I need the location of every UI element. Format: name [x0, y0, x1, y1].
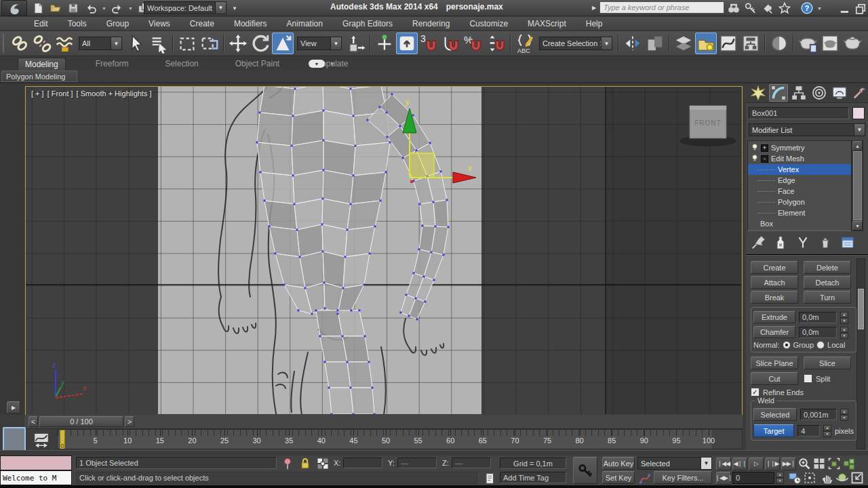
- play-animation-button[interactable]: ▷: [749, 458, 764, 470]
- trackbar-tick-85[interactable]: 85: [608, 436, 616, 445]
- menu-create[interactable]: Create: [189, 18, 216, 30]
- weld-target-value-field[interactable]: 4: [797, 425, 820, 436]
- stack-item-symmetry[interactable]: +Symmetry: [748, 142, 851, 153]
- trackbar-tick-75[interactable]: 75: [543, 436, 551, 445]
- align-icon[interactable]: [644, 33, 666, 54]
- next-frame-button[interactable]: ❘❘▶: [765, 458, 780, 470]
- select-by-name-icon[interactable]: [148, 33, 170, 54]
- ribbon-display-toggle-icon[interactable]: ▼: [309, 60, 325, 68]
- select-and-rotate-icon[interactable]: [250, 33, 271, 54]
- unlink-selection-icon[interactable]: [31, 33, 53, 54]
- weld-target-spinner[interactable]: ▲▼: [823, 425, 831, 436]
- viewcube-front-face[interactable]: FRONT: [694, 119, 721, 127]
- redo-dropdown-icon[interactable]: ▼: [128, 6, 133, 11]
- viewport-canvas[interactable]: yxFRONTzyx: [26, 87, 741, 414]
- save-file-icon[interactable]: [66, 1, 80, 15]
- menu-rendering[interactable]: Rendering: [411, 18, 451, 30]
- zoom-all-icon[interactable]: [812, 457, 826, 470]
- time-configuration-icon[interactable]: [788, 471, 802, 485]
- chamfer-value-field[interactable]: 0,0m: [799, 327, 837, 338]
- ribbon-expand-arrow-button[interactable]: ▶: [7, 401, 20, 413]
- previous-frame-button[interactable]: ◀❘❘: [732, 458, 747, 470]
- open-mini-curve-editor-icon[interactable]: [31, 431, 52, 449]
- make-unique-icon[interactable]: [795, 235, 811, 251]
- slice-plane-button[interactable]: Slice Plane: [751, 357, 798, 369]
- snaps-toggle-3d-icon[interactable]: 3: [418, 33, 440, 54]
- trackbar-tick-25[interactable]: 25: [220, 436, 229, 445]
- trackbar-tick-45[interactable]: 45: [349, 436, 357, 445]
- pan-view-icon[interactable]: [821, 471, 834, 485]
- selection-lock-icon[interactable]: [298, 457, 312, 470]
- search-binoculars-icon[interactable]: [727, 1, 741, 15]
- tab-display-icon[interactable]: [830, 84, 849, 102]
- normal-group-radio[interactable]: [783, 341, 791, 349]
- delete-button[interactable]: Delete: [804, 261, 851, 274]
- selected-vertex[interactable]: [410, 180, 413, 183]
- selection-filter-dropdown[interactable]: All ▼: [79, 37, 122, 50]
- trackbar-tick-10[interactable]: 10: [123, 436, 132, 445]
- quick-access-overflow-icon[interactable]: ▼: [232, 5, 237, 12]
- menu-group[interactable]: Group: [105, 18, 130, 30]
- ribbon-tab-modeling[interactable]: Modeling: [18, 58, 66, 70]
- next-frame-slider-button[interactable]: >: [125, 416, 134, 427]
- chamfer-button[interactable]: Chamfer: [753, 326, 795, 338]
- trackbar-tick-95[interactable]: 95: [672, 436, 680, 445]
- weld-selected-button[interactable]: Selected: [753, 408, 797, 421]
- refine-ends-checkbox[interactable]: ✓: [751, 388, 760, 396]
- undo-icon[interactable]: [84, 1, 98, 15]
- key-selection-set-dropdown[interactable]: Selected ▼: [637, 457, 712, 470]
- spinner-snap-toggle-icon[interactable]: [486, 33, 507, 54]
- modifier-stack[interactable]: +Symmetry-Edit MeshVertexEdgeFacePolygon…: [747, 140, 852, 231]
- time-slider-handle[interactable]: 0 / 100: [39, 416, 123, 427]
- search-expand-icon[interactable]: ▶: [592, 5, 596, 11]
- create-button[interactable]: Create: [751, 261, 798, 274]
- stack-item-element[interactable]: Element: [748, 207, 851, 218]
- maxscript-mini-listener-white[interactable]: Welcome to M: [0, 470, 72, 485]
- break-button[interactable]: Break: [751, 291, 798, 304]
- trackbar-tick-80[interactable]: 80: [575, 436, 583, 445]
- redo-icon[interactable]: [111, 1, 124, 15]
- open-file-icon[interactable]: [49, 1, 62, 15]
- trackbar-tick-55[interactable]: 55: [414, 436, 422, 445]
- select-and-link-icon[interactable]: [9, 33, 31, 54]
- field-of-view-icon[interactable]: [803, 471, 816, 485]
- material-editor-icon[interactable]: [768, 33, 790, 54]
- viewport-general-menu[interactable]: [ + ]: [31, 89, 44, 98]
- set-keys-button[interactable]: [573, 457, 597, 484]
- select-and-scale-icon[interactable]: [272, 33, 294, 54]
- weld-selected-spinner[interactable]: ▲▼: [840, 409, 848, 420]
- modifier-stack-scrollbar[interactable]: ▲ ▼: [852, 140, 863, 231]
- current-frame-field[interactable]: 0: [732, 472, 774, 484]
- sign-in-key-icon[interactable]: [744, 1, 757, 15]
- auto-key-button[interactable]: Auto Key: [602, 457, 635, 470]
- stack-item-edge[interactable]: Edge: [748, 175, 851, 186]
- select-and-move-icon[interactable]: [227, 33, 249, 54]
- workspace-dropdown[interactable]: Workspace: Default ▼: [144, 1, 226, 14]
- y-coord-field[interactable]: —: [397, 458, 437, 468]
- refine-ends-label[interactable]: Refine Ends: [763, 388, 804, 396]
- workspace-dropdown-arrow[interactable]: ▼: [215, 2, 226, 14]
- keyboard-shortcut-override-icon[interactable]: [396, 33, 418, 54]
- add-time-tag-field[interactable]: Add Time Tag: [500, 472, 566, 483]
- cut-button[interactable]: Cut: [751, 372, 798, 385]
- menu-help[interactable]: Help: [585, 18, 604, 30]
- track-bar[interactable]: 0510152025303540455055606570758085909510…: [57, 429, 743, 449]
- ribbon-panel-polygon-modeling[interactable]: Polygon Modeling: [1, 70, 77, 82]
- extrude-button[interactable]: Extrude: [753, 311, 795, 323]
- bind-to-space-warp-icon[interactable]: [54, 33, 75, 54]
- zoom-extents-all-icon[interactable]: [842, 457, 856, 470]
- trackbar-tick-70[interactable]: 70: [511, 436, 519, 445]
- rendered-frame-window-icon[interactable]: [819, 33, 841, 54]
- search-input[interactable]: Type a keyword or phrase: [599, 1, 724, 14]
- help-icon[interactable]: ?: [800, 1, 814, 15]
- gizmo-xy-plane-handle[interactable]: [410, 153, 434, 178]
- object-name-field[interactable]: Box001: [749, 107, 849, 119]
- trackbar-tick-35[interactable]: 35: [285, 436, 293, 445]
- edit-named-selection-sets-icon[interactable]: ABC: [514, 33, 536, 54]
- manage-layers-icon[interactable]: [673, 33, 694, 54]
- modifier-expand-icon[interactable]: +: [761, 144, 768, 152]
- default-in-out-tangents-icon[interactable]: [638, 472, 652, 485]
- modifier-enable-bulb-icon[interactable]: [751, 143, 760, 152]
- menu-graph-editors[interactable]: Graph Editors: [341, 18, 394, 30]
- new-file-icon[interactable]: [31, 1, 45, 15]
